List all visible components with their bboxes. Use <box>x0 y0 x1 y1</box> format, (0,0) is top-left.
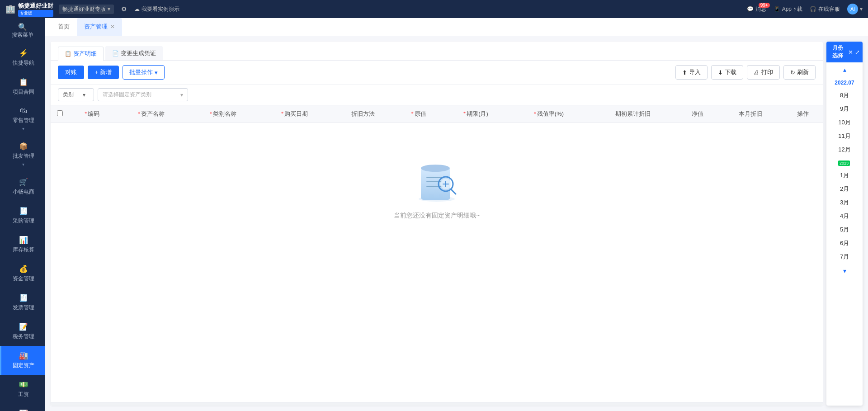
close-month-panel-button[interactable]: ✕ <box>847 48 854 57</box>
tab-assets[interactable]: 资产管理 ✕ <box>77 18 122 36</box>
col-accumulated-depreciation: 期初累计折旧 <box>588 105 678 123</box>
sidebar-item-finance[interactable]: 💰 资金管理 <box>0 259 45 288</box>
month-item-11[interactable]: 11月 <box>826 129 863 143</box>
purchase-icon: 🧾 <box>19 207 28 215</box>
month-item-3[interactable]: 3月 <box>826 196 863 209</box>
sidebar-item-retail[interactable]: 🛍 零售管理 ▾ <box>0 101 45 137</box>
empty-state: 当前您还没有固定资产明细哦~ <box>51 123 823 256</box>
quicknav-icon: ⚡ <box>19 49 28 57</box>
month-item-5[interactable]: 5月 <box>826 223 863 236</box>
month-panel-title: 月份选择 <box>828 42 847 62</box>
month-item-2[interactable]: 2月 <box>826 182 863 196</box>
chevron-down-icon: ▾ <box>22 126 24 131</box>
online-service-button[interactable]: 🎧 在线客服 <box>810 5 840 13</box>
assets-icon: 🏭 <box>19 351 28 360</box>
month-current-display[interactable]: 2022.07 <box>826 77 863 89</box>
tab-home[interactable]: 首页 <box>51 18 77 36</box>
page-content: 📋 资产明细 📄 变更生成凭证 对账 + 新增 <box>45 36 868 411</box>
col-name: *资产名称 <box>116 105 187 123</box>
chevron-down-icon: ▾ <box>860 6 863 12</box>
toolbar: 对账 + 新增 批量操作 ▾ ⬆ 导入 <box>51 61 823 85</box>
select-all-header[interactable] <box>51 105 69 123</box>
app-edition: 专业版 <box>18 10 53 17</box>
company-selector[interactable]: 畅捷通好业财专版 ▾ <box>59 5 114 14</box>
sidebar-item-project[interactable]: 📋 项目合同 <box>0 72 45 101</box>
sidebar-item-operations[interactable]: 📈 经营管理 <box>0 404 45 411</box>
voucher-tab-label: 变更生成凭证 <box>121 49 156 57</box>
batch-button[interactable]: 批量操作 ▾ <box>123 65 165 80</box>
sidebar-item-tax[interactable]: 📝 税务管理 <box>0 317 45 346</box>
app-download-button[interactable]: 📱 App下载 <box>774 5 802 13</box>
month-item-12[interactable]: 12月 <box>826 143 863 156</box>
month-item-8[interactable]: 8月 <box>826 89 863 102</box>
reconcile-button[interactable]: 对账 <box>58 66 84 79</box>
chevron-down-icon: ▾ <box>83 92 85 98</box>
voucher-tab-icon: 📄 <box>112 50 119 57</box>
service-label: 在线客服 <box>818 5 840 13</box>
sidebar-item-ecommerce[interactable]: 🛒 小畅电商 <box>0 172 45 201</box>
demo-icon: ☁ <box>134 6 140 12</box>
col-original-value: *原值 <box>395 105 442 123</box>
demo-label: 我要看实例演示 <box>142 5 179 13</box>
ecommerce-icon: 🛒 <box>19 178 28 186</box>
empty-text: 当前您还没有固定资产明细哦~ <box>394 212 480 220</box>
sidebar-item-quicknav[interactable]: ⚡ 快捷导航 <box>0 43 45 72</box>
inventory-icon: 📊 <box>19 236 28 244</box>
col-code: *编码 <box>69 105 116 123</box>
month-nav-down: ▾ <box>826 264 863 278</box>
app-logo: 🏢 畅捷通好业财 专业版 <box>5 2 53 17</box>
category-select-input[interactable]: 请选择固定资产类别 ▾ <box>98 88 188 101</box>
empty-illustration <box>410 159 464 204</box>
sidebar-item-inventory[interactable]: 📊 库存核算 <box>0 230 45 259</box>
download-label: 下载 <box>725 68 736 76</box>
bottom-scrollbar[interactable] <box>51 402 823 406</box>
month-prev-button[interactable]: ▴ <box>839 64 850 75</box>
sidebar-item-wholesale[interactable]: 📦 批发管理 ▾ <box>0 137 45 172</box>
print-button[interactable]: 🖨 打印 <box>747 65 780 80</box>
select-all-checkbox[interactable] <box>57 110 63 116</box>
sub-tab-voucher[interactable]: 📄 变更生成凭证 <box>105 46 163 60</box>
wholesale-icon: 📦 <box>19 142 28 151</box>
sidebar-item-payroll[interactable]: 💵 工资 <box>0 375 45 404</box>
import-button[interactable]: ⬆ 导入 <box>675 65 708 80</box>
month-item-9[interactable]: 9月 <box>826 102 863 116</box>
month-item-1[interactable]: 1月 <box>826 169 863 182</box>
refresh-button[interactable]: ↻ 刷新 <box>783 65 816 80</box>
refresh-icon: ↻ <box>790 69 795 76</box>
month-item-4[interactable]: 4月 <box>826 209 863 223</box>
col-depreciation-method: 折旧方法 <box>330 105 396 123</box>
home-tab-label: 首页 <box>58 23 70 31</box>
month-item-7[interactable]: 7月 <box>826 250 863 264</box>
message-badge: 99+ <box>759 3 770 8</box>
message-button[interactable]: 💬 消息 99+ <box>747 5 766 13</box>
expand-month-panel-button[interactable]: ⤢ <box>854 48 861 57</box>
demo-button[interactable]: ☁ 我要看实例演示 <box>134 5 179 13</box>
tab-bar: 首页 资产管理 ✕ <box>45 18 868 36</box>
detail-tab-icon: 📋 <box>65 51 71 57</box>
download-button[interactable]: ⬇ 下载 <box>711 65 743 80</box>
user-menu[interactable]: Ai ▾ <box>847 4 863 14</box>
assets-tab-label: 资产管理 <box>84 23 108 31</box>
add-button[interactable]: + 新增 <box>88 66 119 79</box>
search-menu[interactable]: 🔍 搜索菜单 <box>0 18 45 43</box>
logo-icon: 🏢 <box>5 4 15 14</box>
user-avatar: Ai <box>847 4 858 14</box>
headset-icon: 🎧 <box>810 6 816 12</box>
sidebar-item-invoice[interactable]: 🧾 发票管理 <box>0 288 45 317</box>
settings-button[interactable]: ⚙ <box>119 4 129 14</box>
finance-icon: 💰 <box>19 265 28 273</box>
month-item-6[interactable]: 6月 <box>826 236 863 250</box>
close-tab-icon[interactable]: ✕ <box>110 24 115 30</box>
payroll-icon: 💵 <box>19 380 28 389</box>
print-label: 打印 <box>761 68 773 76</box>
app-name: 畅捷通好业财 <box>18 2 53 10</box>
sidebar-item-assets[interactable]: 🏭 固定资产 <box>0 346 45 375</box>
sub-tab-detail[interactable]: 📋 资产明细 <box>58 47 104 61</box>
download-icon: ⬇ <box>718 69 723 76</box>
sidebar-item-purchase[interactable]: 🧾 采购管理 <box>0 201 45 230</box>
category-filter-type[interactable]: 类别 ▾ <box>58 88 94 101</box>
month-item-10[interactable]: 10月 <box>826 116 863 129</box>
print-icon: 🖨 <box>754 69 760 76</box>
company-name: 畅捷通好业财专版 <box>62 5 106 13</box>
month-next-button[interactable]: ▾ <box>839 265 850 276</box>
